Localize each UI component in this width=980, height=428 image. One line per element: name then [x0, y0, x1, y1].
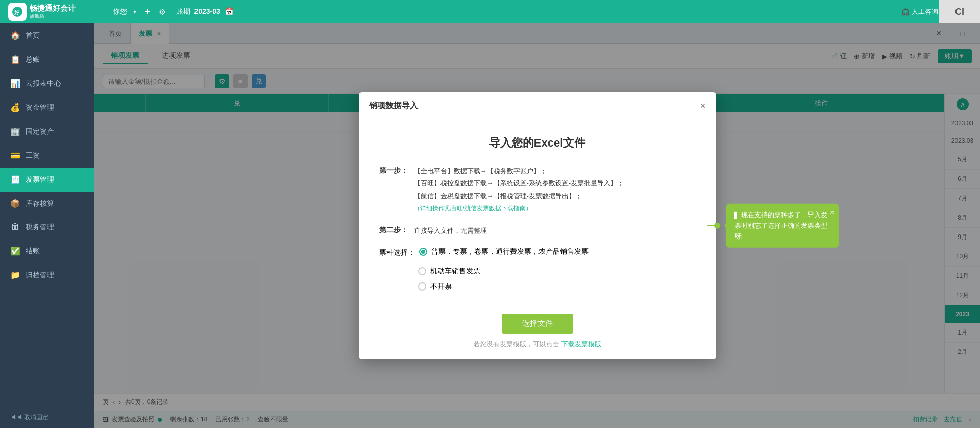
sidebar-item-asset[interactable]: 🏢 固定资产 — [0, 120, 94, 144]
service-button[interactable]: 🎧 人工咨询 — [901, 7, 938, 16]
ticket-motor[interactable]: 机动车销售发票 — [379, 267, 696, 276]
step2-content: 直接导入文件，无需整理 — [414, 225, 487, 237]
salary-icon: 💳 — [10, 151, 20, 160]
period-label: 账期 2023-03 📅 — [176, 7, 233, 16]
tax-icon: 🏛 — [10, 223, 20, 232]
home-icon: 🏠 — [10, 31, 20, 40]
company-dropdown-icon[interactable]: ▾ — [133, 8, 136, 15]
tooltip-text: 现在支持的票种多了，导入发票时别忘了选择正确的发票类型呀! — [734, 211, 828, 240]
step1-line1: 【全电平台】数据下载→【税务数字账户】； — [414, 165, 624, 178]
content-area: 首页 发票 × × □ 销项发票 — [94, 23, 980, 428]
sidebar-label-stock: 库存核算 — [26, 199, 54, 208]
sidebar-label-home: 首页 — [26, 31, 40, 40]
logo-icon: 好 — [8, 3, 27, 21]
step1-content: 【全电平台】数据下载→【税务数字账户】； 【百旺】税控盘数据下载→【系统设置-系… — [414, 165, 624, 215]
modal-main-title: 导入您的Excel文件 — [379, 135, 696, 151]
sidebar-item-settle[interactable]: ✅ 结账 — [0, 239, 94, 263]
tooltip-close-icon[interactable]: × — [830, 207, 834, 218]
sidebar-item-tax[interactable]: 🏛 税务管理 — [0, 216, 94, 239]
step1-line2: 【百旺】税控盘数据下载→【系统设置-系统参数设置-发票批量导入】； — [414, 177, 624, 190]
modal-title: 销项数据导入 — [369, 101, 418, 111]
ledger-icon: 📋 — [10, 55, 20, 64]
modal-body: 导入您的Excel文件 第一步： 【全电平台】数据下载→【税务数字账户】； 【百… — [359, 120, 716, 310]
radio-motor[interactable] — [418, 267, 426, 275]
ticket-select: 票种选择： 普票，专票，卷票，通行费发票，农产品销售发票 — [379, 247, 696, 291]
unpin-icon: ◀◀ — [10, 414, 22, 421]
sidebar: 🏠 首页 📋 总账 📊 云报表中心 💰 资金管理 🏢 固定资产 — [0, 23, 94, 428]
modal-overlay[interactable]: 销项数据导入 × 导入您的Excel文件 第一步： 【全电平台】数据下载→【税务… — [94, 23, 980, 428]
sidebar-label-asset: 固定资产 — [26, 127, 54, 136]
asset-icon: 🏢 — [10, 127, 20, 136]
ticket-row-normal: 普票，专票，卷票，通行费发票，农产品销售发票 — [419, 247, 589, 263]
step2-block: 第二步： 直接导入文件，无需整理 — [379, 225, 696, 237]
report-icon: 📊 — [10, 79, 20, 88]
sidebar-label-invoice: 发票管理 — [26, 175, 54, 184]
company-name[interactable]: 你您 — [113, 7, 127, 16]
modal-close-button[interactable]: × — [700, 101, 706, 111]
sidebar-item-home[interactable]: 🏠 首页 — [0, 23, 94, 47]
svg-text:好: 好 — [14, 10, 20, 15]
sidebar-item-ledger[interactable]: 📋 总账 — [0, 47, 94, 72]
ticket-normal[interactable]: 普票，专票，卷票，通行费发票，农产品销售发票 — [419, 247, 589, 256]
ticket-motor-label: 机动车销售发票 — [430, 267, 480, 276]
sidebar-label-ledger: 总账 — [26, 55, 40, 64]
add-company-button[interactable]: + — [144, 6, 151, 18]
sidebar-label-settle: 结账 — [26, 247, 40, 256]
sidebar-label-salary: 工资 — [26, 151, 40, 160]
sidebar-item-fund[interactable]: 💰 资金管理 — [0, 96, 94, 120]
settle-icon: ✅ — [10, 246, 20, 256]
app-name: 畅捷通好会计 — [30, 4, 76, 13]
sidebar-item-archive[interactable]: 📁 归档管理 — [0, 263, 94, 287]
ticket-none[interactable]: 不开票 — [379, 282, 696, 291]
sidebar-label-tax: 税务管理 — [26, 223, 54, 232]
sidebar-item-stock[interactable]: 📦 库存核算 — [0, 192, 94, 216]
sidebar-label-fund: 资金管理 — [26, 103, 54, 112]
ticket-select-label: 票种选择： — [379, 247, 415, 257]
step2-label: 第二步： — [379, 225, 408, 237]
ticket-normal-label: 普票，专票，卷票，通行费发票，农产品销售发票 — [431, 247, 589, 256]
sidebar-label-archive: 归档管理 — [26, 271, 54, 280]
step1-block: 第一步： 【全电平台】数据下载→【税务数字账户】； 【百旺】税控盘数据下载→【系… — [379, 165, 696, 215]
sidebar-label-report: 云报表中心 — [26, 79, 61, 88]
app-logo: 好 畅捷通好会计 旗舰版 — [8, 3, 103, 21]
radio-normal[interactable] — [419, 248, 427, 256]
step1-label: 第一步： — [379, 165, 408, 215]
sidebar-item-salary[interactable]: 💳 工资 — [0, 144, 94, 168]
archive-icon: 📁 — [10, 270, 20, 280]
headset-icon: 🎧 — [901, 8, 910, 16]
modal-tip: 若您没有发票模版，可以点击 下载发票模版 — [473, 340, 601, 349]
select-file-button[interactable]: 选择文件 — [502, 314, 573, 334]
app-edition: 旗舰版 — [30, 13, 76, 20]
tooltip-bubble: 现在支持的票种多了，导入发票时别忘了选择正确的发票类型呀! × — [726, 204, 839, 248]
step1-link: （详细操作见百旺/航信发票数据下载指南） — [414, 203, 624, 215]
step1-line3: 【航信】金税盘数据下载→【报税管理-发票数据导出】； — [414, 190, 624, 203]
import-modal: 销项数据导入 × 导入您的Excel文件 第一步： 【全电平台】数据下载→【税务… — [359, 92, 716, 360]
sidebar-item-invoice[interactable]: 🧾 发票管理 — [0, 168, 94, 192]
invoice-icon: 🧾 — [10, 175, 20, 184]
sidebar-item-report[interactable]: 📊 云报表中心 — [0, 72, 94, 96]
ci-badge[interactable]: CI — [939, 0, 980, 23]
modal-header: 销项数据导入 × — [359, 92, 716, 120]
download-template-link[interactable]: 下载发票模版 — [561, 340, 601, 348]
stock-icon: 📦 — [10, 199, 20, 208]
modal-footer: 选择文件 若您没有发票模版，可以点击 下载发票模版 — [359, 310, 716, 359]
guide-link[interactable]: 百旺/航信发票数据下载指南 — [451, 205, 526, 212]
ticket-none-label: 不开票 — [430, 282, 452, 291]
radio-none[interactable] — [418, 282, 426, 291]
unpin-button[interactable]: ◀◀ 取消固定 — [0, 407, 94, 428]
fund-icon: 💰 — [10, 103, 20, 112]
settings-icon[interactable]: ⚙ — [159, 7, 166, 17]
